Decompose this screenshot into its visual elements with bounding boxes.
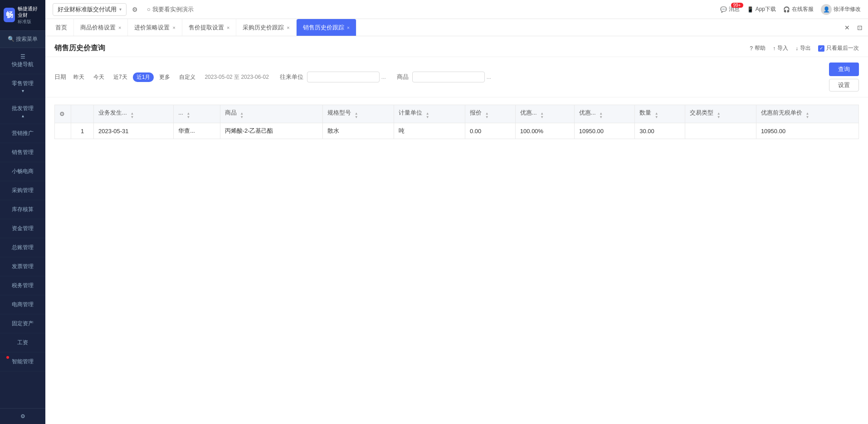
- date-pill-yesterday[interactable]: 昨天: [70, 72, 88, 82]
- table-header-row: ⚙ 业务发生... ▲▼ ... ▲▼ 商品 ▲▼: [55, 105, 859, 123]
- close-tab-icon[interactable]: ✕: [843, 22, 852, 33]
- supplier-input[interactable]: [307, 72, 380, 82]
- headset-icon: 🎧: [783, 6, 790, 13]
- tab-product-price[interactable]: 商品价格设置 ×: [74, 19, 128, 36]
- date-pill-custom[interactable]: 自定义: [176, 72, 199, 82]
- query-button[interactable]: 查询: [829, 63, 859, 76]
- cell-pretax-price: 10950.00: [756, 123, 858, 139]
- tab-close-icon[interactable]: ×: [347, 25, 350, 30]
- col-product[interactable]: 商品 ▲▼: [220, 105, 323, 123]
- sort-icon: ▲▼: [240, 112, 244, 119]
- messages-badge: 99+: [731, 3, 743, 8]
- tabbar-controls: ✕ ⊡: [843, 22, 864, 33]
- tab-close-icon[interactable]: ×: [227, 25, 229, 30]
- sidebar-search[interactable]: 🔍 搜索菜单: [0, 31, 45, 48]
- sidebar-item-ecommerce[interactable]: 电商管理: [0, 295, 45, 314]
- sort-icon: ▲▼: [187, 112, 190, 119]
- sort-icon: ▲▼: [355, 112, 358, 119]
- sidebar-item-finance[interactable]: 资金管理: [0, 219, 45, 238]
- cell-discount1: 100.00%: [515, 123, 574, 139]
- col-date[interactable]: 业务发生... ▲▼: [94, 105, 174, 123]
- tab-price-extract[interactable]: 售价提取设置 ×: [182, 19, 236, 36]
- col-discount2[interactable]: 优惠... ▲▼: [574, 105, 634, 123]
- online-service-button[interactable]: 🎧 在线客服: [783, 5, 814, 13]
- demo-icon: ○: [147, 6, 151, 13]
- col-pretax-price[interactable]: 优惠前无税单价 ▲▼: [756, 105, 858, 123]
- sidebar-item-quick-nav[interactable]: ☰ 快捷导航: [0, 48, 45, 74]
- date-pill-1month[interactable]: 近1月: [133, 72, 154, 82]
- sort-icon: ▲▼: [540, 112, 544, 119]
- main-area: 好业财标准版交付试用 ▾ ⚙ ○ 我要看实例演示 💬 消息 99+ 📱 App下…: [45, 0, 868, 424]
- cell-qty: 30.00: [635, 123, 685, 139]
- sidebar-item-payroll[interactable]: 工资: [0, 333, 45, 352]
- topbar-right: 💬 消息 99+ 📱 App下载 🎧 在线客服 👤 徐泽华修改: [720, 4, 861, 15]
- only-last-checkbox[interactable]: 只看最后一次: [818, 44, 859, 52]
- product-input[interactable]: [412, 72, 485, 82]
- sidebar-item-retail[interactable]: 零售管理 ▾: [0, 74, 45, 99]
- tab-sales-history[interactable]: 销售历史价跟踪 ×: [297, 19, 356, 36]
- maximize-icon[interactable]: ⊡: [855, 22, 864, 33]
- demo-button[interactable]: ○ 我要看实例演示: [147, 5, 194, 14]
- help-icon: ?: [750, 45, 753, 52]
- col-discount1[interactable]: 优惠... ▲▼: [515, 105, 574, 123]
- topbar-settings-icon[interactable]: ⚙: [132, 6, 138, 13]
- table-settings-icon[interactable]: ⚙: [59, 111, 65, 117]
- sidebar-item-marketing[interactable]: 营销推广: [0, 124, 45, 143]
- col-trade-type[interactable]: 交易类型 ▲▼: [685, 105, 756, 123]
- tab-purchase-strategy[interactable]: 进价策略设置 ×: [128, 19, 182, 36]
- messages-button[interactable]: 💬 消息 99+: [720, 5, 740, 13]
- message-icon: 💬: [720, 6, 727, 13]
- date-pill-today[interactable]: 今天: [90, 72, 108, 82]
- sidebar-item-wholesale[interactable]: 批发管理 ▴: [0, 99, 45, 124]
- sidebar-item-sales[interactable]: 销售管理: [0, 143, 45, 162]
- cell-extra1: 华查...: [174, 123, 220, 139]
- export-button[interactable]: ↓ 导出: [795, 44, 811, 52]
- sidebar-item-fixed-assets[interactable]: 固定资产: [0, 314, 45, 333]
- col-unit[interactable]: 计量单位 ▲▼: [394, 105, 465, 123]
- sidebar-item-inventory[interactable]: 库存核算: [0, 200, 45, 219]
- sidebar-item-invoice[interactable]: 发票管理: [0, 257, 45, 276]
- expand-icon: ▾: [22, 88, 24, 93]
- supplier-label: 往来单位: [280, 73, 303, 81]
- tab-home[interactable]: 首页: [49, 19, 74, 36]
- date-pill-more[interactable]: 更多: [156, 72, 174, 82]
- settings-button[interactable]: 设置: [829, 79, 859, 92]
- sidebar-item-purchase[interactable]: 采购管理: [0, 181, 45, 200]
- tabbar: 首页 商品价格设置 × 进价策略设置 × 售价提取设置 × 采购历史价跟踪 × …: [45, 19, 868, 36]
- date-pill-7days[interactable]: 近7天: [110, 72, 131, 82]
- product-filter-group: 商品 ...: [397, 72, 491, 82]
- sidebar-item-ecommerce-small[interactable]: 小畅电商: [0, 162, 45, 181]
- user-menu[interactable]: 👤 徐泽华修改: [821, 4, 861, 15]
- supplier-more-button[interactable]: ...: [381, 74, 386, 80]
- help-button[interactable]: ? 帮助: [750, 44, 766, 52]
- row-num: 1: [71, 123, 94, 139]
- version-selector[interactable]: 好业财标准版交付试用 ▾: [53, 3, 127, 16]
- col-qty[interactable]: 数量 ▲▼: [635, 105, 685, 123]
- sidebar-settings-button[interactable]: ⚙: [0, 408, 45, 424]
- sidebar-item-tax[interactable]: 税务管理: [0, 276, 45, 295]
- tab-close-icon[interactable]: ×: [172, 25, 175, 30]
- col-extra1[interactable]: ... ▲▼: [174, 105, 220, 123]
- import-button[interactable]: ↑ 导入: [773, 44, 788, 52]
- export-icon: ↓: [795, 45, 798, 52]
- sort-icon: ▲▼: [717, 112, 721, 119]
- tab-close-icon[interactable]: ×: [287, 25, 289, 30]
- sort-icon: ▲▼: [130, 112, 134, 119]
- tab-close-icon[interactable]: ×: [118, 25, 121, 30]
- quick-nav-icon: ☰: [20, 53, 25, 60]
- page-actions: ? 帮助 ↑ 导入 ↓ 导出 只看最后一次: [750, 44, 859, 52]
- col-price[interactable]: 报价 ▲▼: [465, 105, 516, 123]
- product-more-button[interactable]: ...: [487, 74, 491, 80]
- sidebar-item-smart[interactable]: 智能管理: [0, 352, 45, 371]
- date-label: 日期: [54, 73, 66, 81]
- cell-price: 0.00: [465, 123, 516, 139]
- col-settings[interactable]: ⚙: [55, 105, 71, 123]
- tab-purchase-history[interactable]: 采购历史价跟踪 ×: [236, 19, 296, 36]
- cell-spec: 散水: [323, 123, 394, 139]
- page-title: 销售历史价查询: [54, 43, 105, 53]
- topbar: 好业财标准版交付试用 ▾ ⚙ ○ 我要看实例演示 💬 消息 99+ 📱 App下…: [45, 0, 868, 19]
- sidebar-item-ledger[interactable]: 总账管理: [0, 238, 45, 257]
- col-spec[interactable]: 规格型号 ▲▼: [323, 105, 394, 123]
- app-logo-icon: 畅: [4, 8, 15, 22]
- app-download-button[interactable]: 📱 App下载: [747, 5, 776, 13]
